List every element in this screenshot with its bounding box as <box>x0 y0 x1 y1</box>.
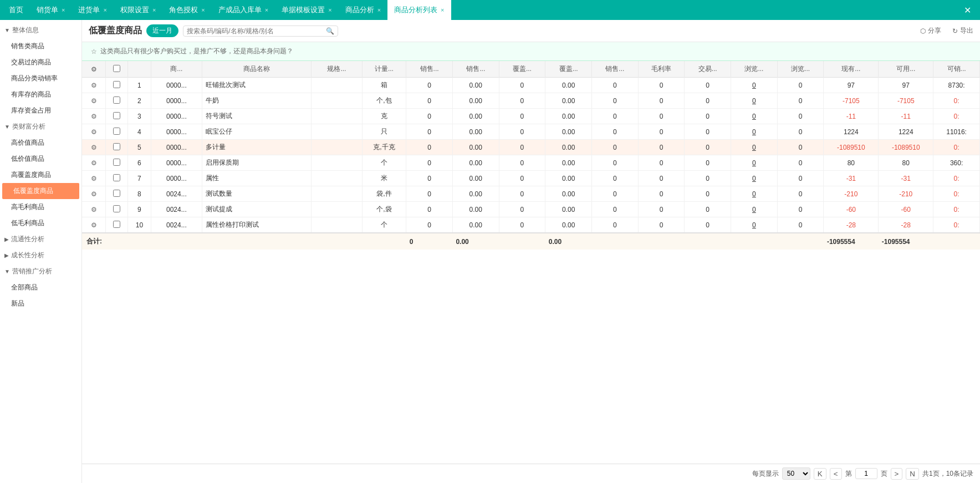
row-select-checkbox[interactable] <box>113 174 120 181</box>
sidebar-section-circulation[interactable]: ▶ 流通性分析 <box>0 231 81 247</box>
sidebar-item-low-coverage[interactable]: 低覆盖度商品 <box>2 183 79 199</box>
sidebar-item-category-rate[interactable]: 商品分类动销率 <box>0 70 81 87</box>
col-checkbox[interactable] <box>106 61 128 78</box>
col-sales-amount[interactable]: 销售... <box>452 61 499 78</box>
nav-permission[interactable]: 权限设置 × <box>114 0 162 20</box>
col-browse1[interactable]: 浏览... <box>731 61 778 78</box>
row-select-checkbox[interactable] <box>113 81 120 88</box>
col-sellable[interactable]: 可销... <box>933 61 980 78</box>
col-transaction[interactable]: 交易... <box>685 61 731 78</box>
filter-recent-month[interactable]: 近一月 <box>146 24 178 37</box>
nav-purchase[interactable]: 进货单 × <box>72 0 113 20</box>
row-select-checkbox[interactable] <box>113 112 120 119</box>
row-browse1[interactable]: 0 <box>731 202 778 217</box>
row-checkbox[interactable] <box>106 109 128 124</box>
search-input[interactable] <box>187 27 324 35</box>
sidebar-item-high-profit[interactable]: 高毛利商品 <box>0 199 81 215</box>
row-select-checkbox[interactable] <box>113 221 120 228</box>
sidebar-item-sales-goods[interactable]: 销售类商品 <box>0 38 81 54</box>
col-cover2[interactable]: 覆盖... <box>545 61 592 78</box>
row-select-checkbox[interactable] <box>113 128 120 135</box>
col-spec[interactable]: 规格... <box>312 61 362 78</box>
row-settings[interactable]: ⚙ <box>82 93 106 109</box>
export-button[interactable]: ↻ 导出 <box>952 26 973 35</box>
row-checkbox[interactable] <box>106 202 128 217</box>
close-role-icon[interactable]: × <box>201 7 205 13</box>
row-select-checkbox[interactable] <box>113 205 120 212</box>
row-settings[interactable]: ⚙ <box>82 217 106 233</box>
col-cover1[interactable]: 覆盖... <box>499 61 545 78</box>
next-page-button[interactable]: > <box>891 468 903 480</box>
col-current[interactable]: 现有... <box>824 61 879 78</box>
row-checkbox[interactable] <box>106 140 128 155</box>
row-browse1[interactable]: 0 <box>731 186 778 202</box>
col-sales2[interactable]: 销售... <box>591 61 638 78</box>
row-checkbox[interactable] <box>106 78 128 93</box>
sidebar-section-growth[interactable]: ▶ 成长性分析 <box>0 247 81 263</box>
col-gross-rate[interactable]: 毛利率 <box>638 61 685 78</box>
select-all-checkbox[interactable] <box>113 65 120 72</box>
nav-template[interactable]: 单据模板设置 × <box>275 0 338 20</box>
page-size-select[interactable]: 50 100 200 <box>782 467 810 480</box>
row-browse1[interactable]: 0 <box>731 155 778 171</box>
close-purchase-icon[interactable]: × <box>103 7 106 13</box>
row-settings[interactable]: ⚙ <box>82 124 106 140</box>
col-name[interactable]: 商品名称 <box>202 61 312 78</box>
close-product-analysis-list-icon[interactable]: × <box>441 7 444 13</box>
row-settings[interactable]: ⚙ <box>82 171 106 186</box>
col-settings[interactable]: ⚙ <box>82 61 106 78</box>
row-checkbox[interactable] <box>106 93 128 109</box>
sidebar-item-low-profit[interactable]: 低毛利商品 <box>0 215 81 231</box>
close-permission-icon[interactable]: × <box>152 7 156 13</box>
row-settings[interactable]: ⚙ <box>82 109 106 124</box>
sidebar-item-traded-goods[interactable]: 交易过的商品 <box>0 54 81 70</box>
close-product-analysis-icon[interactable]: × <box>377 7 381 13</box>
row-select-checkbox[interactable] <box>113 159 120 166</box>
close-finished-goods-icon[interactable]: × <box>265 7 268 13</box>
sidebar-item-capital[interactable]: 库存资金占用 <box>0 103 81 119</box>
window-close-icon[interactable]: ✕ <box>957 5 978 16</box>
nav-sales[interactable]: 销货单 × <box>30 0 72 20</box>
col-available[interactable]: 可用... <box>879 61 933 78</box>
sidebar-section-overall[interactable]: ▼ 整体信息 <box>0 22 81 38</box>
nav-product-analysis-list[interactable]: 商品分析列表 × <box>387 0 451 20</box>
sidebar-item-low-value[interactable]: 低价值商品 <box>0 151 81 167</box>
page-input[interactable] <box>855 468 877 479</box>
row-checkbox[interactable] <box>106 155 128 171</box>
sidebar-section-wealth[interactable]: ▼ 类财富分析 <box>0 119 81 135</box>
sidebar-item-high-coverage[interactable]: 高覆盖度商品 <box>0 167 81 183</box>
row-settings[interactable]: ⚙ <box>82 202 106 217</box>
nav-finished-goods[interactable]: 产成品入库单 × <box>212 0 275 20</box>
row-select-checkbox[interactable] <box>113 96 120 104</box>
close-sales-icon[interactable]: × <box>62 7 65 13</box>
nav-home[interactable]: 首页 <box>2 0 30 20</box>
last-page-button[interactable]: N <box>906 468 919 480</box>
search-icon[interactable]: 🔍 <box>326 27 334 35</box>
close-template-icon[interactable]: × <box>328 7 331 13</box>
row-browse1[interactable]: 0 <box>731 109 778 124</box>
row-checkbox[interactable] <box>106 186 128 202</box>
row-browse1[interactable]: 0 <box>731 124 778 140</box>
share-button[interactable]: ⬡ 分享 <box>920 26 941 35</box>
row-settings[interactable]: ⚙ <box>82 186 106 202</box>
row-browse1[interactable]: 0 <box>731 140 778 155</box>
col-unit[interactable]: 计量... <box>362 61 406 78</box>
row-settings[interactable]: ⚙ <box>82 78 106 93</box>
sidebar-item-in-stock[interactable]: 有库存的商品 <box>0 87 81 103</box>
row-checkbox[interactable] <box>106 124 128 140</box>
row-browse1[interactable]: 0 <box>731 171 778 186</box>
row-settings[interactable]: ⚙ <box>82 155 106 171</box>
sidebar-section-marketing[interactable]: ▼ 营销推广分析 <box>0 263 81 279</box>
row-select-checkbox[interactable] <box>113 143 120 150</box>
row-browse1[interactable]: 0 <box>731 78 778 93</box>
row-select-checkbox[interactable] <box>113 190 120 197</box>
row-browse1[interactable]: 0 <box>731 93 778 109</box>
row-settings[interactable]: ⚙ <box>82 140 106 155</box>
row-checkbox[interactable] <box>106 217 128 233</box>
nav-role[interactable]: 角色授权 × <box>162 0 211 20</box>
first-page-button[interactable]: K <box>814 468 826 480</box>
col-code[interactable]: 商... <box>151 61 202 78</box>
row-browse1[interactable]: 0 <box>731 217 778 233</box>
col-sales-count[interactable]: 销售... <box>406 61 453 78</box>
nav-product-analysis[interactable]: 商品分析 × <box>339 0 387 20</box>
